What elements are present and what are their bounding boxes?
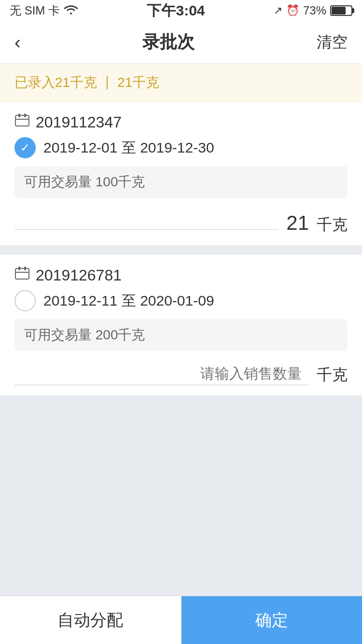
batch-id-icon-2 <box>14 266 30 284</box>
confirm-button[interactable]: 确定 <box>181 596 362 644</box>
page-title: 录批次 <box>142 30 195 54</box>
location-icon: ↗ <box>274 4 282 17</box>
svg-rect-1 <box>18 113 20 117</box>
info-divider <box>107 76 108 89</box>
batch1-amount-unit: 千克 <box>317 214 348 236</box>
svg-rect-4 <box>15 268 29 279</box>
batch2-radio[interactable] <box>14 290 36 311</box>
batch2-qty-input[interactable] <box>14 365 309 385</box>
batch-item-1: 2019112347 ✓ 2019-12-01 至 2019-12-30 可用交… <box>0 102 362 245</box>
batch1-amount-value: 21 <box>286 211 309 235</box>
batch1-amount-row: 21 千克 <box>14 211 348 236</box>
batch2-date-row: 2019-12-11 至 2020-01-09 <box>0 290 362 319</box>
batch1-amount-section: 21 千克 <box>0 206 362 245</box>
batch1-id: 2019112347 <box>36 113 122 131</box>
back-button[interactable]: ‹ <box>14 33 21 52</box>
nav-bar: ‹ 录批次 清空 <box>0 21 362 64</box>
batch2-header: 2019126781 <box>0 266 362 290</box>
batch1-date: 2019-12-01 至 2019-12-30 <box>43 138 214 158</box>
battery-percent: 73% <box>303 4 326 17</box>
batch2-input-row: 千克 <box>14 364 348 386</box>
svg-rect-0 <box>15 115 29 126</box>
batch1-qty: 可用交易量 100千克 <box>14 166 348 198</box>
status-time: 下午3:04 <box>147 1 205 21</box>
svg-rect-2 <box>24 113 26 117</box>
auto-distribute-button[interactable]: 自动分配 <box>0 596 181 644</box>
batch2-date: 2019-12-11 至 2020-01-09 <box>43 291 214 311</box>
batch2-input-section: 千克 <box>0 359 362 395</box>
batch1-header: 2019112347 <box>0 113 362 137</box>
battery-icon <box>330 5 352 16</box>
batch2-id: 2019126781 <box>36 266 122 284</box>
section-divider-1 <box>0 245 362 255</box>
batch2-qty: 可用交易量 200千克 <box>14 319 348 351</box>
footer: 自动分配 确定 <box>0 596 362 644</box>
recorded-label: 已录入21千克 <box>14 73 97 92</box>
total-label: 21千克 <box>117 73 159 92</box>
batch-id-icon-1 <box>14 113 30 131</box>
wifi-icon <box>64 4 78 17</box>
batch2-unit: 千克 <box>317 364 348 386</box>
status-left: 无 SIM 卡 <box>10 3 78 18</box>
bottom-area <box>0 395 362 608</box>
svg-rect-5 <box>18 266 20 270</box>
batch-item-2: 2019126781 2019-12-11 至 2020-01-09 可用交易量… <box>0 255 362 395</box>
no-sim-label: 无 SIM 卡 <box>10 3 60 18</box>
clear-button[interactable]: 清空 <box>317 32 348 53</box>
svg-rect-6 <box>24 266 26 270</box>
alarm-icon: ⏰ <box>286 4 299 17</box>
status-right: ↗ ⏰ 73% <box>274 4 352 17</box>
check-icon-1: ✓ <box>20 141 30 154</box>
batch1-date-row: ✓ 2019-12-01 至 2019-12-30 <box>0 137 362 166</box>
info-bar: 已录入21千克 21千克 <box>0 64 362 102</box>
status-bar: 无 SIM 卡 下午3:04 ↗ ⏰ 73% <box>0 0 362 21</box>
batch1-radio[interactable]: ✓ <box>14 137 36 158</box>
